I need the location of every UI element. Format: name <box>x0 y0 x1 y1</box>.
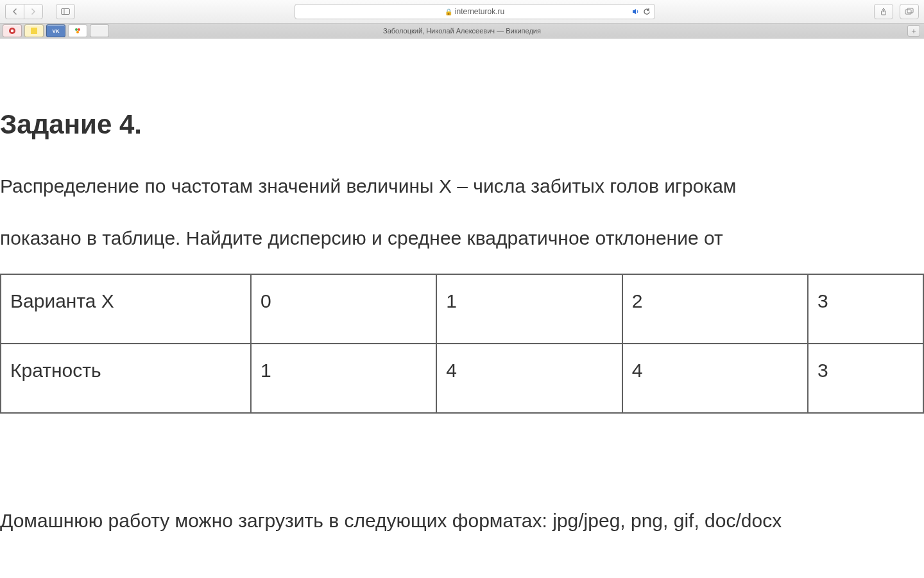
toolbar-right-buttons <box>874 4 919 19</box>
favorite-item-5[interactable] <box>90 24 109 37</box>
svg-rect-7 <box>31 28 37 34</box>
favorites-strip: VK <box>0 24 109 38</box>
task-paragraph-line1: Распределение по частотам значений велич… <box>0 170 924 202</box>
share-button[interactable] <box>874 4 893 19</box>
row2-cell-3: 3 <box>808 344 923 413</box>
svg-point-8 <box>75 28 78 31</box>
back-button[interactable] <box>5 4 24 19</box>
frequency-table: Варианта X 0 1 2 3 Кратность 1 4 4 3 <box>0 274 924 414</box>
row1-cell-2: 2 <box>622 274 808 344</box>
task-paragraph-line2: показано в таблице. Найдите дисперсию и … <box>0 222 924 254</box>
svg-point-10 <box>76 31 79 33</box>
upload-formats-note: Домашнюю работу можно загрузить в следую… <box>0 510 924 532</box>
active-tab-title: Заболоцкий, Николай Алексеевич — Википед… <box>0 24 924 38</box>
nav-buttons <box>5 4 43 19</box>
tab-bar: VK Заболоцкий, Николай Алексеевич — Вики… <box>0 24 924 39</box>
lock-icon: 🔒 <box>445 8 452 15</box>
new-tab-button[interactable]: ＋ <box>907 25 920 37</box>
row2-cell-1: 4 <box>436 344 622 413</box>
favorite-item-4[interactable] <box>68 24 87 37</box>
row2-label: Кратность <box>1 344 251 413</box>
address-right-icons <box>631 4 651 19</box>
row1-cell-3: 3 <box>808 274 923 344</box>
svg-point-9 <box>78 28 80 31</box>
address-domain: interneturok.ru <box>455 7 504 16</box>
audio-icon[interactable] <box>631 8 639 15</box>
table-row: Варианта X 0 1 2 3 <box>1 274 923 344</box>
task-heading: Задание 4. <box>0 109 924 140</box>
favorite-item-1[interactable] <box>3 24 22 37</box>
vk-icon-label: VK <box>52 28 59 34</box>
row1-label: Варианта X <box>1 274 251 344</box>
reload-icon[interactable] <box>643 8 651 15</box>
svg-rect-3 <box>905 10 911 14</box>
svg-rect-0 <box>62 9 70 15</box>
row1-cell-1: 1 <box>436 274 622 344</box>
address-bar[interactable]: 🔒 interneturok.ru <box>295 4 655 19</box>
sidebar-toggle-button[interactable] <box>56 4 75 19</box>
svg-rect-4 <box>907 8 913 13</box>
row2-cell-2: 4 <box>622 344 808 413</box>
row2-cell-0: 1 <box>251 344 436 413</box>
svg-point-6 <box>11 30 14 33</box>
page-content: Задание 4. Распределение по частотам зна… <box>0 39 924 532</box>
browser-toolbar: 🔒 interneturok.ru <box>0 0 924 24</box>
favorite-item-2[interactable] <box>24 24 44 37</box>
favorite-item-vk[interactable]: VK <box>46 24 65 37</box>
address-bar-wrap: 🔒 interneturok.ru <box>79 4 870 19</box>
forward-button[interactable] <box>24 4 43 19</box>
table-row: Кратность 1 4 4 3 <box>1 344 923 413</box>
row1-cell-0: 0 <box>251 274 436 344</box>
tabs-button[interactable] <box>900 4 919 19</box>
